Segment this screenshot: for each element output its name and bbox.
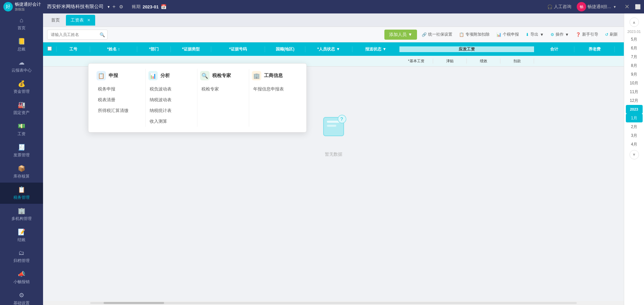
sidebar-item-assets[interactable]: 🏭 固定资产 — [0, 98, 43, 119]
calendar-down-button[interactable]: ▼ — [630, 150, 639, 159]
refresh-button[interactable]: ↺ 刷新 — [603, 32, 620, 37]
section-shuijian-header: 🔍 税检专家 — [200, 69, 246, 84]
sidebar-item-archive[interactable]: 🗂 归档管理 — [0, 246, 43, 267]
sidebar-item-settlement[interactable]: 📝 结账 — [0, 225, 43, 246]
calendar-month-11[interactable]: 11月 — [626, 87, 643, 96]
tax-return-icon: 📊 — [496, 32, 501, 37]
tab-salary-table[interactable]: 工资表 ✕ — [66, 15, 95, 26]
period-selector[interactable]: 账期 2023-01 📅 — [132, 4, 166, 10]
export-label: 导出 — [530, 32, 538, 37]
social-icon: 🔗 — [422, 32, 427, 37]
calendar-month-8[interactable]: 8月 — [626, 61, 643, 70]
tab-close-icon[interactable]: ✕ — [87, 18, 90, 23]
item-tax-burden[interactable]: 税负波动表 — [148, 84, 194, 94]
close-button[interactable]: ✕ — [624, 3, 630, 10]
calendar-month-4[interactable]: 4月 — [626, 140, 643, 149]
shuijian-title: 税检专家 — [212, 73, 231, 79]
operation-label: 操作 — [556, 32, 564, 37]
operation-button[interactable]: ⚙ 操作 ▼ — [548, 32, 571, 37]
help-button[interactable]: 🎧 人工咨询 — [547, 4, 571, 10]
assets-icon: 🏭 — [18, 101, 25, 109]
sidebar-item-multiorg[interactable]: 🏢 多机构管理 — [0, 204, 43, 225]
tax-return-label: 个税申报 — [503, 32, 519, 37]
export-icon: ⬇ — [526, 32, 529, 37]
section-fenxi: 📊 分析 税负波动表 纳税波动表 纳税统计表 收入测算 — [146, 69, 197, 127]
sidebar-item-settings[interactable]: ⚙ 基础设置 — [0, 288, 43, 305]
calendar-month-3[interactable]: 3月 — [626, 131, 643, 140]
special-deduction-button[interactable]: 📋 专项附加扣除 — [457, 32, 492, 37]
item-tax-report[interactable]: 税务申报 — [97, 84, 143, 94]
help-label: 人工咨询 — [554, 4, 571, 10]
calendar-month-9[interactable]: 9月 — [626, 70, 643, 79]
right-calendar-panel: ▲ 2023.01 5月 6月 7月 8月 9月 10月 11月 12月 202… — [624, 13, 644, 305]
company-selector[interactable]: 西安虾米网络科技有限公司 ▼ — [47, 4, 110, 10]
empty-text: 暂无数据 — [325, 151, 342, 157]
logo-icon: 好 — [3, 2, 13, 11]
user-menu[interactable]: 畅 畅捷通8担... ▼ — [577, 2, 616, 11]
unified-social-button[interactable]: 🔗 统一社保设置 — [420, 32, 454, 37]
sidebar-label-tax: 税务管理 — [13, 195, 30, 200]
calendar-month-1-active[interactable]: 1月 — [626, 114, 643, 122]
calendar-month-12[interactable]: 12月 — [626, 96, 643, 105]
sidebar-item-tax[interactable]: 📋 税务管理 — [0, 183, 43, 204]
add-company-button[interactable]: + — [110, 3, 118, 10]
fenxi-title: 分析 — [160, 73, 170, 79]
user-name: 畅捷通8担... — [588, 4, 611, 10]
bottom-scrollbar[interactable] — [43, 301, 624, 305]
content-area: 首页 工资表 ✕ 🔍 添加人员 ▼ 🔗 统一社保设置 📋 — [43, 13, 624, 305]
chevron-down-icon[interactable]: ▼ — [107, 5, 110, 9]
sidebar-label-cloud: 云报表中心 — [11, 68, 32, 73]
guide-button[interactable]: ❓ 新手引导 — [574, 32, 600, 37]
calendar-month-5[interactable]: 5月 — [626, 35, 643, 44]
th-checkbox[interactable] — [43, 46, 56, 52]
th-submit-status: 报送状态 ▼ — [352, 46, 400, 52]
sidebar-item-inventory[interactable]: 📦 库存核算 — [0, 161, 43, 183]
calendar-month-2[interactable]: 2月 — [626, 122, 643, 131]
th-id: 工号 — [56, 46, 90, 52]
sidebar-item-funds[interactable]: 💰 资金管理 — [0, 77, 43, 98]
item-tax-form[interactable]: 税表清册 — [97, 94, 143, 105]
item-tax-expert[interactable]: 税检专家 — [200, 84, 246, 94]
sidebar-label-invoice: 发票管理 — [13, 152, 30, 158]
item-income-tax[interactable]: 所得税汇算清缴 — [97, 105, 143, 116]
sidebar-item-home[interactable]: ⌂ 首页 — [0, 13, 43, 34]
calendar-month-7[interactable]: 7月 — [626, 52, 643, 61]
settings-icon[interactable]: ⚙ — [118, 3, 125, 10]
th-id-num: *证据号码 — [211, 46, 265, 52]
calendar-month-6[interactable]: 6月 — [626, 44, 643, 52]
sidebar-label-funds: 资金管理 — [13, 89, 30, 94]
guide-toolbar-icon: ❓ — [576, 32, 581, 37]
item-tax-wave[interactable]: 纳税波动表 — [148, 94, 194, 105]
calendar-up-button[interactable]: ▲ — [630, 17, 639, 27]
sidebar-item-ledger[interactable]: 📒 总账 — [0, 34, 43, 55]
cloud-icon: ☁ — [18, 59, 25, 66]
sidebar-item-invoice[interactable]: 🧾 发票管理 — [0, 140, 43, 161]
logo-text-block: 畅捷通好会计 旗舰版 — [15, 2, 41, 12]
refresh-icon: ↺ — [605, 32, 608, 37]
company-name: 西安虾米网络科技有限公司 — [47, 4, 104, 10]
section-gongshang-header: 🏢 工商信息 — [252, 69, 298, 84]
item-tax-stats[interactable]: 纳税统计表 — [148, 105, 194, 116]
item-annual-report[interactable]: 年报信息申报表 — [252, 84, 298, 94]
sidebar-item-cloud[interactable]: ☁ 云报表中心 — [0, 55, 43, 77]
sidebar-item-xiao[interactable]: 📣 小畅报销 — [0, 267, 43, 288]
calendar-month-10[interactable]: 10月 — [626, 79, 643, 87]
calendar-icon[interactable]: 📅 — [161, 4, 166, 9]
inventory-icon: 📦 — [18, 165, 25, 172]
fenxi-icon: 📊 — [148, 71, 158, 80]
restore-button[interactable]: ⬜ — [635, 4, 641, 9]
tax-return-button[interactable]: 📊 个税申报 — [494, 32, 521, 37]
operation-icon: ⚙ — [551, 32, 554, 37]
sub-deduction: 扣款 — [500, 59, 534, 64]
tab-home[interactable]: 首页 — [46, 15, 65, 26]
scroll-thumb[interactable] — [104, 302, 164, 304]
sidebar-item-salary[interactable]: 💵 工资 — [0, 119, 43, 140]
add-person-button[interactable]: 添加人员 ▼ — [384, 30, 417, 40]
search-input[interactable] — [47, 30, 108, 40]
export-button[interactable]: ⬇ 导出 ▼ — [524, 32, 546, 37]
item-income-calc[interactable]: 收入测算 — [148, 116, 194, 127]
select-all-checkbox[interactable] — [47, 46, 52, 51]
section-shenbao: 📋 申报 税务申报 税表清册 所得税汇算清缴 — [94, 69, 146, 127]
svg-rect-2 — [327, 125, 336, 127]
shenbao-title: 申报 — [109, 73, 118, 79]
